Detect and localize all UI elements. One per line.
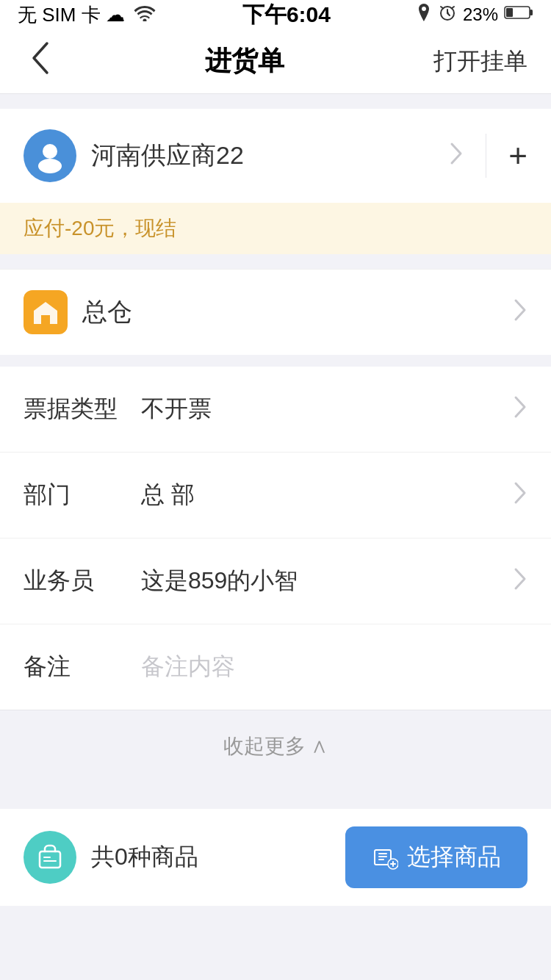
nav-bar: 进货单 打开挂单 [0, 29, 551, 94]
department-row[interactable]: 部门 总 部 [0, 453, 551, 538]
warehouse-icon [24, 290, 68, 334]
svg-point-0 [143, 18, 146, 21]
department-label: 部门 [24, 479, 126, 511]
warehouse-name: 总仓 [82, 295, 513, 329]
product-icon [24, 831, 76, 884]
divider-2 [0, 254, 551, 269]
warehouse-row[interactable]: 总仓 [0, 269, 551, 355]
divider-3 [0, 782, 551, 797]
department-chevron-icon [513, 480, 527, 511]
svg-point-5 [43, 144, 57, 159]
supplier-separator [486, 134, 486, 178]
battery-icon [504, 4, 533, 25]
salesperson-label: 业务员 [24, 565, 126, 597]
status-bar: 无 SIM 卡 ☁ 下午6:04 23% [0, 0, 551, 29]
remark-label: 备注 [24, 651, 126, 683]
wifi-icon [132, 4, 157, 26]
supplier-avatar [24, 129, 76, 182]
department-value: 总 部 [141, 479, 513, 511]
svg-rect-7 [41, 315, 50, 324]
open-pending-button[interactable]: 打开挂单 [433, 46, 527, 78]
battery-text: 23% [463, 4, 498, 25]
page-title: 进货单 [205, 43, 284, 79]
signal-text: 无 SIM 卡 ☁ [18, 2, 125, 28]
salesperson-row[interactable]: 业务员 这是859的小智 [0, 538, 551, 624]
warehouse-chevron-icon [513, 298, 527, 328]
warehouse-section: 总仓 [0, 269, 551, 355]
divider-1 [0, 94, 551, 109]
location-icon [416, 3, 432, 26]
invoice-type-value: 不开票 [141, 393, 513, 425]
collapse-row[interactable]: 收起更多 ∧ [0, 710, 551, 782]
svg-rect-3 [530, 10, 533, 15]
supplier-chevron-icon [449, 141, 464, 171]
status-left: 无 SIM 卡 ☁ [18, 2, 157, 28]
supplier-section: 河南供应商22 + 应付-20元，现结 [0, 109, 551, 254]
bottom-section: 共0种商品 选择商品 [0, 809, 551, 906]
svg-rect-8 [40, 851, 60, 868]
svg-point-6 [38, 159, 62, 173]
notice-bar: 应付-20元，现结 [0, 203, 551, 254]
form-section: 票据类型 不开票 部门 总 部 业务员 这是859的小智 备注 备注内容 [0, 367, 551, 710]
supplier-row[interactable]: 河南供应商22 + [0, 109, 551, 203]
alarm-icon [438, 3, 457, 26]
supplier-name: 河南供应商22 [91, 139, 449, 173]
status-right: 23% [416, 3, 533, 26]
add-supplier-button[interactable]: + [508, 137, 527, 174]
back-button[interactable] [24, 35, 56, 88]
product-count: 共0种商品 [91, 841, 331, 873]
svg-rect-4 [506, 8, 513, 17]
remark-placeholder[interactable]: 备注内容 [141, 651, 527, 683]
select-product-button[interactable]: 选择商品 [345, 826, 527, 888]
remark-row[interactable]: 备注 备注内容 [0, 624, 551, 710]
salesperson-chevron-icon [513, 566, 527, 597]
select-product-label: 选择商品 [407, 841, 501, 873]
invoice-type-label: 票据类型 [24, 393, 126, 425]
invoice-type-chevron-icon [513, 394, 527, 425]
salesperson-value: 这是859的小智 [141, 565, 513, 597]
invoice-type-row[interactable]: 票据类型 不开票 [0, 367, 551, 453]
status-time: 下午6:04 [242, 0, 331, 30]
